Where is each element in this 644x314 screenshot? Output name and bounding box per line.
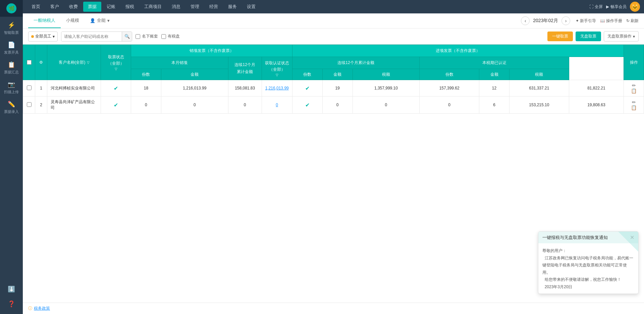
notification-title: 一键报税与无盘取票功能恢复通知 bbox=[542, 235, 608, 241]
row-uncert-tax: 19,808.63 bbox=[569, 97, 624, 114]
smart-fetch-icon: ⚡ bbox=[8, 21, 15, 29]
row-cert-tax: 157,399.62 bbox=[420, 80, 479, 97]
prev-month-button[interactable]: ‹ bbox=[521, 16, 530, 25]
manual-link[interactable]: 📖 操作手册 bbox=[600, 18, 622, 24]
row-uncert-count: 12 bbox=[479, 80, 509, 97]
topnav-item-billing[interactable]: 收费 bbox=[64, 2, 83, 12]
taxdisk-checkbox[interactable] bbox=[161, 34, 166, 39]
tax-policy-link[interactable]: 税务政策 bbox=[34, 306, 50, 311]
checkbox-account-filter[interactable]: 名下账套 bbox=[136, 34, 158, 39]
row-fetch-status: ✔ bbox=[101, 97, 131, 114]
row-cert-status: ✔ bbox=[292, 97, 322, 114]
employee-filter[interactable]: 全部员工 ▾ bbox=[28, 32, 58, 42]
th-uncertified: 本税期已认证 bbox=[420, 57, 569, 69]
next-month-button[interactable]: › bbox=[561, 16, 570, 25]
sidebar-item-data-entry[interactable]: ✏️ 票据录入 bbox=[0, 97, 23, 117]
chevron-down-icon: ▾ bbox=[53, 34, 55, 39]
topnav-fullscreen[interactable]: ⛶ 全屏 bbox=[589, 4, 603, 10]
sidebar-item-smart-fetch[interactable]: ⚡ 智能取票 bbox=[0, 18, 23, 38]
th-cert-count: 份数 bbox=[292, 69, 322, 80]
no-disk-ops-button[interactable]: 无盘取票操作 ▾ bbox=[604, 31, 639, 42]
tab-all-icon: 👤 bbox=[90, 18, 95, 23]
search-box: 🔍 bbox=[61, 32, 132, 42]
copy-icon[interactable]: 📋 bbox=[631, 105, 637, 110]
topnav-item-operations[interactable]: 经营 bbox=[205, 2, 223, 12]
checkbox-taxdisk-filter[interactable]: 有税盘 bbox=[161, 34, 180, 39]
th-uncert-count: 份数 bbox=[420, 69, 479, 80]
filter-icon[interactable]: ▽ bbox=[115, 67, 117, 71]
topnav-item-management[interactable]: 管理 bbox=[186, 2, 204, 12]
copy-icon[interactable]: 📋 bbox=[631, 88, 637, 93]
search-input[interactable] bbox=[61, 32, 122, 41]
topnav-item-invoice[interactable]: 票据 bbox=[83, 2, 101, 12]
row-select[interactable] bbox=[27, 85, 32, 90]
row-client-name: 河北柯搏桢实业有限公司 bbox=[47, 80, 101, 97]
video-icon: ▶ bbox=[606, 4, 609, 9]
refresh-icon: ↻ bbox=[626, 18, 630, 23]
topnav-item-business[interactable]: 工商项目 bbox=[140, 2, 166, 12]
notification-header: 一键报税与无盘取票功能恢复通知 ✕ bbox=[538, 232, 638, 243]
fetch-check-icon: ✔ bbox=[114, 85, 118, 91]
one-click-fetch-button[interactable]: 一键取票 bbox=[547, 32, 573, 41]
filter-icon[interactable]: ▽ bbox=[276, 73, 278, 77]
search-button[interactable]: 🔍 bbox=[122, 32, 132, 41]
book-icon: 📖 bbox=[600, 18, 605, 23]
topnav-item-client[interactable]: 客户 bbox=[46, 2, 64, 12]
sidebar-item-label: 票据录入 bbox=[4, 109, 19, 114]
main-table: ⚙ 客户名称(全部) ▽ 取票状态 （全部） bbox=[23, 45, 644, 114]
tab-all-label: 全能 bbox=[97, 17, 106, 23]
account-checkbox[interactable] bbox=[136, 34, 140, 39]
cert-check-icon: ✔ bbox=[305, 102, 310, 108]
sidebar-bottom-download[interactable]: ⬇️ bbox=[0, 282, 23, 296]
sidebar-logo: 🌿 bbox=[0, 0, 23, 17]
row-cert-tax: 0 bbox=[420, 97, 479, 114]
no-disk-fetch-button[interactable]: 无盘取票 bbox=[576, 32, 601, 41]
tab-small[interactable]: 小规模 bbox=[61, 13, 85, 28]
row-checkbox[interactable] bbox=[23, 97, 35, 114]
tab-all[interactable]: 👤 全能 ▾ bbox=[85, 13, 115, 28]
sidebar-item-scan-upload[interactable]: 📷 扫描上传 bbox=[0, 77, 23, 97]
sidebar-item-label: 发票开具 bbox=[4, 50, 19, 55]
row-select[interactable] bbox=[27, 102, 32, 107]
row-cert-count: 19 bbox=[322, 80, 353, 97]
fetch-check-icon: ✔ bbox=[114, 102, 118, 108]
row-cumulative-amount[interactable]: 1,216,013.99 bbox=[262, 80, 292, 97]
sidebar-item-issue-invoice[interactable]: 📄 发票开具 bbox=[0, 38, 23, 58]
sidebar-bottom-help[interactable]: ❓ bbox=[0, 297, 23, 311]
refresh-link[interactable]: ↻ 刷新 bbox=[626, 18, 639, 24]
edit-icon[interactable]: ✏ bbox=[632, 100, 636, 105]
footer-notice: ⓘ 税务政策 bbox=[23, 303, 644, 314]
row-cumulative-amount[interactable]: 0 bbox=[262, 97, 292, 114]
notification-scroll[interactable]: 尊敬的用户： 江苏政务网已恢复访问电子税务局功能，易代账一键登陆电子税务局与无盘… bbox=[538, 243, 638, 294]
topnav-member[interactable]: ▶ 畅享会员 bbox=[606, 4, 627, 10]
tab-general[interactable]: 一般纳税人 bbox=[28, 13, 61, 28]
svg-text:🌿: 🌿 bbox=[9, 6, 15, 11]
th-sales-amount: 金额 bbox=[161, 69, 228, 80]
tab-bar: 一般纳税人 小规模 👤 全能 ▾ ‹ 2023年02月 › ✦ 新手引导 bbox=[23, 13, 644, 28]
topnav-right: ⛶ 全屏 ▶ 畅享会员 🐱 bbox=[589, 2, 640, 12]
toolbar: 全部员工 ▾ 🔍 名下账套 有税盘 一键取票 无盘取票 无盘取票操作 ▾ bbox=[23, 28, 644, 45]
select-all-checkbox[interactable] bbox=[27, 60, 32, 65]
cumulative-link[interactable]: 0 bbox=[276, 103, 278, 107]
cumulative-link[interactable]: 1,216,013.99 bbox=[265, 86, 289, 90]
scan-upload-icon: 📷 bbox=[8, 81, 15, 88]
topnav-item-home[interactable]: 首页 bbox=[27, 2, 45, 12]
row-checkbox[interactable] bbox=[23, 80, 35, 97]
topnav-item-bookkeeping[interactable]: 记账 bbox=[102, 2, 120, 12]
edit-icon[interactable]: ✏ bbox=[632, 83, 636, 88]
user-avatar[interactable]: 🐱 bbox=[630, 2, 640, 12]
sidebar-item-invoice-summary[interactable]: 📋 票据汇总 bbox=[0, 58, 23, 77]
th-monthly-sales: 本月销项 bbox=[131, 57, 228, 69]
topnav-item-taxreport[interactable]: 报税 bbox=[121, 2, 139, 12]
filter-icon[interactable]: ▽ bbox=[87, 61, 90, 64]
row-client-name: 灵寿县尚泽矿产品有限公司 bbox=[47, 97, 101, 114]
tab-nav: ‹ 2023年02月 › bbox=[521, 16, 570, 25]
topnav-item-message[interactable]: 消息 bbox=[167, 2, 185, 12]
th-fetch-status: 取票状态 （全部） ▽ bbox=[101, 45, 131, 80]
row-sales-tax: 158,081.83 bbox=[228, 80, 262, 97]
topnav-item-settings[interactable]: 设置 bbox=[242, 2, 260, 12]
notification-close-button[interactable]: ✕ bbox=[630, 234, 634, 241]
th-checkbox bbox=[23, 45, 35, 80]
topnav-item-service[interactable]: 服务 bbox=[223, 2, 241, 12]
new-guide-link[interactable]: ✦ 新手引导 bbox=[576, 18, 596, 24]
